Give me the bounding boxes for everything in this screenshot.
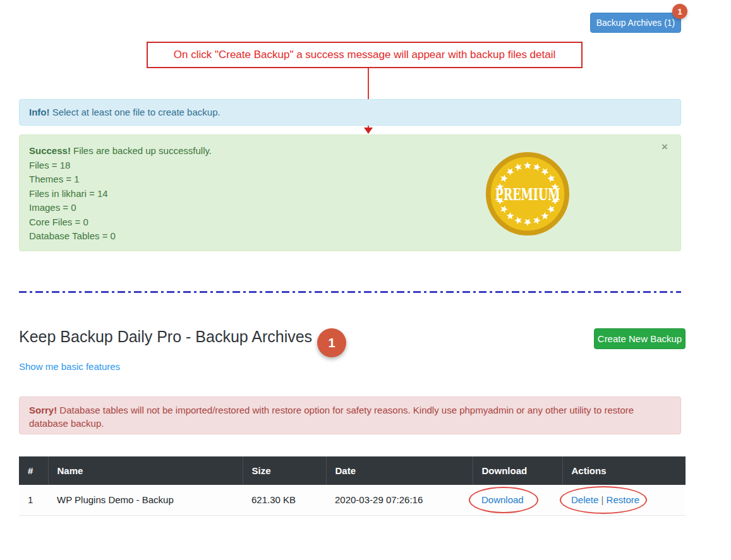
row-date-cell: 2020-03-29 07:26:16 [326,485,473,515]
info-alert: Info! Select at least one file to create… [19,99,681,126]
backup-archives-button[interactable]: Backup Archives (1) [590,13,681,33]
success-detail-line: Images = 0 [29,201,671,215]
row-size-cell: 621.30 KB [243,485,326,515]
close-icon[interactable]: × [662,141,668,152]
warning-alert-message: Database tables will not be imported/res… [29,405,634,429]
info-alert-title: Info! [29,107,49,117]
success-detail-line: Core Files = 0 [29,215,671,230]
notification-badge: 1 [672,4,687,19]
column-header-actions: Actions [562,456,686,485]
table-row: 1 WP Plugins Demo - Backup 621.30 KB 202… [19,485,686,515]
premium-badge-icon: PREMIUM [485,151,571,237]
success-alert-title: Success! [29,145,71,156]
annotation-callout: On click "Create Backup" a success messa… [147,42,583,68]
success-detail-line: Themes = 1 [29,172,671,187]
premium-badge-text: PREMIUM [495,184,560,204]
step-badge: 1 [317,328,346,357]
create-new-backup-button[interactable]: Create New Backup [594,328,686,349]
success-alert-message: Files are backed up successfully. [71,145,212,156]
backup-plugin-page: { "header": { "backup_archives_button": … [0,0,731,560]
restore-link[interactable]: Restore [607,494,640,505]
success-alert: Success! Files are backed up successfull… [19,134,681,251]
success-detail-line: Database Tables = 0 [29,229,671,244]
column-header-index: # [19,456,48,485]
delete-link[interactable]: Delete [571,494,598,505]
backup-archives-table: # Name Size Date Download Actions 1 WP P… [19,456,686,516]
row-name-cell: WP Plugins Demo - Backup [48,485,243,515]
row-download-cell: Download [473,485,562,515]
column-header-size: Size [243,456,326,485]
warning-alert: Sorry! Database tables will not be impor… [19,396,681,434]
row-index-cell: 1 [19,485,48,515]
table-header: # Name Size Date Download Actions [19,456,686,485]
page-title: Keep Backup Daily Pro - Backup Archives [19,328,312,346]
row-actions-cell: Delete | Restore [562,485,686,515]
show-basic-features-link[interactable]: Show me basic features [19,361,120,372]
info-alert-message: Select at least one file to create backu… [49,107,220,117]
section-divider [19,291,681,293]
link-separator: | [601,494,604,505]
success-detail-line: Files = 18 [29,158,671,173]
success-alert-headline: Success! Files are backed up successfull… [29,144,671,158]
column-header-name: Name [48,456,243,485]
download-link[interactable]: Download [481,494,524,505]
warning-alert-title: Sorry! [29,405,57,415]
annotation-callout-text: On click "Create Backup" a success messa… [174,49,556,61]
annotation-arrow-head-icon [364,128,373,134]
column-header-download: Download [473,456,562,485]
column-header-date: Date [326,456,473,485]
success-detail-line: Files in likhari = 14 [29,187,671,201]
